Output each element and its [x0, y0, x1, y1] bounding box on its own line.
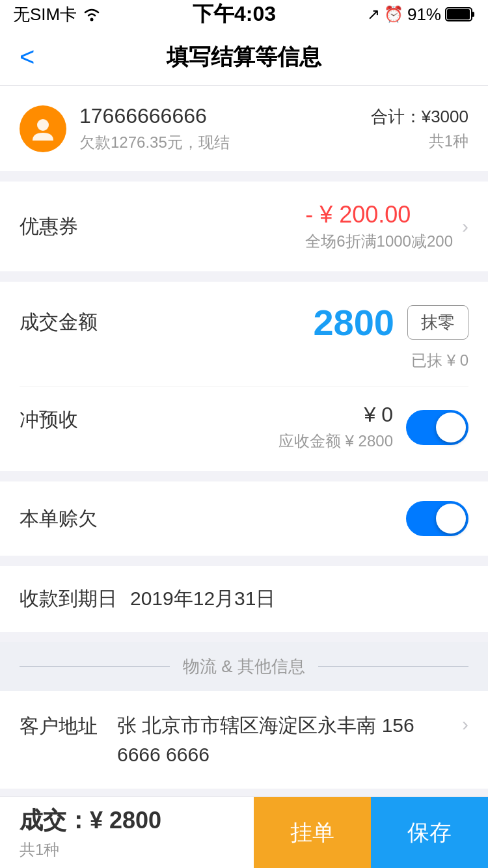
bottom-deal-label: 成交： [20, 807, 90, 834]
deal-right: 2800 抹零 [313, 301, 468, 344]
customer-info: 17666666666 欠款1276.35元，现结 [79, 104, 230, 153]
nav-bar: < 填写结算等信息 [0, 29, 488, 86]
coupon-desc: 全场6折满1000减200 [305, 231, 453, 252]
coupon-section: 优惠券 - ¥ 200.00 全场6折满1000减200 › [0, 182, 488, 271]
prepay-label: 冲预收 [20, 403, 78, 433]
debit-section: 本单赊欠 [0, 481, 488, 556]
due-date-value: 2019年12月31日 [130, 586, 275, 612]
svg-point-4 [37, 119, 49, 131]
prepay-receivable: 应收金额 ¥ 2800 [278, 431, 393, 452]
content: 17666666666 欠款1276.35元，现结 合计：¥3000 共1种 优… [0, 86, 488, 868]
total-count: 共1种 [371, 131, 468, 152]
carrier-text: 无SIM卡 [13, 3, 77, 26]
bottom-bar: 成交：¥ 2800 共1种 挂单 保存 [0, 796, 488, 868]
back-button[interactable]: < [13, 36, 41, 78]
amount-section: 成交金额 2800 抹零 已抹 ¥ 0 冲预收 ¥ 0 应收金额 ¥ 2800 [0, 282, 488, 471]
avatar-icon [30, 116, 56, 142]
logistics-divider: 物流 & 其他信息 [0, 642, 488, 691]
divider-line-right [318, 666, 468, 667]
hang-button[interactable]: 挂单 [254, 797, 371, 869]
due-date-section: 收款到期日 2019年12月31日 [0, 566, 488, 632]
prepay-row: 冲预收 ¥ 0 应收金额 ¥ 2800 [0, 387, 488, 471]
battery-icon [445, 7, 475, 22]
debit-label: 本单赊欠 [20, 506, 98, 532]
customer-phone: 17666666666 [79, 104, 230, 128]
svg-rect-2 [472, 12, 474, 17]
bottom-count: 共1种 [20, 839, 234, 860]
deal-sub: 已抹 ¥ 0 [0, 350, 488, 387]
due-date-label: 收款到期日 [20, 586, 117, 612]
svg-rect-3 [447, 9, 470, 20]
svg-point-0 [90, 18, 94, 21]
address-chevron: › [462, 711, 468, 735]
address-value: 张 北京市市辖区海淀区永丰南 156 6666 6666 [117, 711, 455, 769]
prepay-right: ¥ 0 应收金额 ¥ 2800 [278, 403, 468, 452]
round-button[interactable]: 抹零 [407, 305, 468, 340]
coupon-row[interactable]: 优惠券 - ¥ 200.00 全场6折满1000减200 › [0, 182, 488, 271]
alarm-icon: ⏰ [384, 5, 403, 23]
status-indicators: ↗ ⏰ 91% [367, 5, 475, 25]
deal-value: 2800 [313, 301, 394, 344]
bottom-deal-value: ¥ 2800 [90, 807, 161, 834]
coupon-right: - ¥ 200.00 全场6折满1000减200 › [305, 201, 468, 252]
customer-debt: 欠款1276.35元，现结 [79, 132, 230, 153]
deal-amount-row: 成交金额 2800 抹零 [0, 282, 488, 350]
status-carrier: 无SIM卡 [13, 3, 102, 26]
save-button[interactable]: 保存 [371, 797, 488, 869]
coupon-amount: - ¥ 200.00 [305, 201, 453, 228]
battery-text: 91% [407, 5, 441, 25]
location-icon: ↗ [367, 5, 380, 23]
coupon-chevron: › [462, 215, 468, 237]
deal-label: 成交金额 [20, 309, 98, 336]
prepay-amount: ¥ 0 [278, 403, 393, 427]
divider-line-left [20, 666, 170, 667]
prepay-values: ¥ 0 应收金额 ¥ 2800 [278, 403, 393, 452]
bottom-summary: 成交：¥ 2800 共1种 [0, 805, 254, 860]
total-label: 合计：¥3000 [371, 105, 468, 128]
logistics-label: 物流 & 其他信息 [183, 655, 305, 678]
customer-card: 17666666666 欠款1276.35元，现结 合计：¥3000 共1种 [0, 86, 488, 171]
wifi-icon [82, 7, 102, 21]
address-label: 客户地址 [20, 711, 98, 740]
coupon-label: 优惠券 [20, 213, 78, 240]
customer-left: 17666666666 欠款1276.35元，现结 [20, 104, 230, 153]
debit-toggle[interactable] [406, 501, 468, 536]
bottom-deal-amount: 成交：¥ 2800 [20, 805, 234, 837]
status-time: 下午4:03 [193, 0, 276, 29]
avatar [20, 105, 66, 152]
status-bar: 无SIM卡 下午4:03 ↗ ⏰ 91% [0, 0, 488, 29]
prepay-toggle[interactable] [406, 410, 468, 445]
nav-title: 填写结算等信息 [167, 42, 321, 72]
address-section[interactable]: 客户地址 张 北京市市辖区海淀区永丰南 156 6666 6666 › [0, 691, 488, 789]
customer-total: 合计：¥3000 共1种 [371, 105, 468, 152]
